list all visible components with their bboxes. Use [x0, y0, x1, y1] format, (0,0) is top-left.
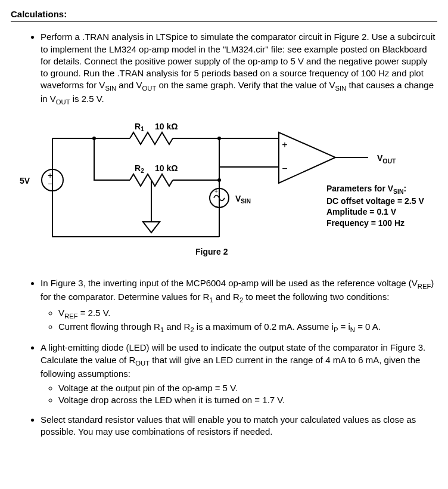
- text: and R: [164, 321, 190, 332]
- param-amp: Amplitude = 0.1 V: [326, 207, 396, 216]
- param-dc: DC offset voltage = 2.5 V: [326, 196, 424, 206]
- text: :: [404, 184, 407, 193]
- vout-label: VVOUTOUT: [377, 153, 396, 165]
- text: and V: [116, 80, 142, 90]
- sub-item: Current flowing through R1 and R2 is a m…: [58, 321, 437, 335]
- vsin-parameters: Parameters for VSIN: DC offset voltage =…: [326, 183, 424, 230]
- sub-item: Voltage at the output pin of the op-amp …: [58, 382, 437, 394]
- svg-point-4: [217, 137, 221, 140]
- text: = 2.5 V.: [78, 308, 111, 318]
- text: and R: [213, 292, 239, 302]
- subscript: OUT: [142, 85, 157, 92]
- bullet-item-2: In Figure 3, the inverting input of the …: [41, 277, 437, 335]
- svg-text:−: −: [282, 163, 287, 174]
- subscript: SIN: [335, 85, 346, 92]
- svg-text:VSIN: VSIN: [235, 194, 251, 205]
- bullet-item-4: Select standard resistor values that wil…: [41, 414, 437, 438]
- svg-text:−: −: [48, 179, 52, 188]
- subscript: OUT: [135, 360, 150, 367]
- subscript: N: [350, 326, 355, 333]
- text: In Figure 3, the inverting input of the …: [41, 278, 418, 288]
- section-heading: Calculations:: [11, 8, 437, 22]
- svg-text:10 kΩ: 10 kΩ: [155, 163, 178, 173]
- param-freq: Frequency = 100 Hz: [326, 218, 405, 228]
- text: to meet the following two conditions:: [243, 292, 389, 302]
- subscript: REF: [418, 283, 431, 290]
- subscript: OUT: [56, 98, 70, 106]
- svg-text:Figure 2: Figure 2: [195, 247, 228, 256]
- svg-text:R1: R1: [135, 122, 144, 132]
- bullet-item-1: Perform a .TRAN analysis in LTSpice to s…: [41, 31, 437, 107]
- bullet-list: Perform a .TRAN analysis in LTSpice to s…: [17, 31, 437, 107]
- text: = i: [338, 321, 350, 332]
- subscript: SIN: [393, 187, 404, 194]
- figure-2-diagram: 5V + − R1 10 kΩ R2 10 kΩ VSIN + − + − Fi…: [17, 120, 437, 261]
- text: is a maximum of 0.2 mA. Assume i: [194, 321, 334, 332]
- text: on the same graph. Verify that the value…: [156, 80, 335, 90]
- svg-text:+: +: [214, 188, 218, 194]
- subscript: REF: [64, 312, 78, 320]
- sub-item: VREF = 2.5 V.: [58, 307, 437, 321]
- text: Parameters for V: [326, 184, 393, 193]
- text: V: [58, 308, 64, 318]
- svg-text:−: −: [214, 203, 218, 210]
- svg-text:5V: 5V: [20, 176, 30, 185]
- text: is 2.5 V.: [70, 94, 104, 104]
- subscript: SIN: [105, 85, 116, 92]
- svg-text:R2: R2: [135, 163, 144, 174]
- text: = 0 A.: [355, 321, 381, 332]
- sub-list: Voltage at the output pin of the op-amp …: [41, 382, 437, 407]
- bullet-item-3: A light-emitting diode (LED) will be use…: [41, 342, 437, 406]
- svg-text:+: +: [282, 140, 287, 150]
- svg-point-3: [217, 178, 221, 182]
- svg-point-2: [92, 137, 96, 140]
- sub-item: Voltage drop across the LED when it is t…: [58, 394, 437, 406]
- svg-text:10 kΩ: 10 kΩ: [155, 122, 178, 131]
- bullet-list-2: In Figure 3, the inverting input of the …: [17, 277, 437, 438]
- text: Current flowing through R: [58, 321, 160, 332]
- sub-list: VREF = 2.5 V. Current flowing through R1…: [41, 307, 437, 335]
